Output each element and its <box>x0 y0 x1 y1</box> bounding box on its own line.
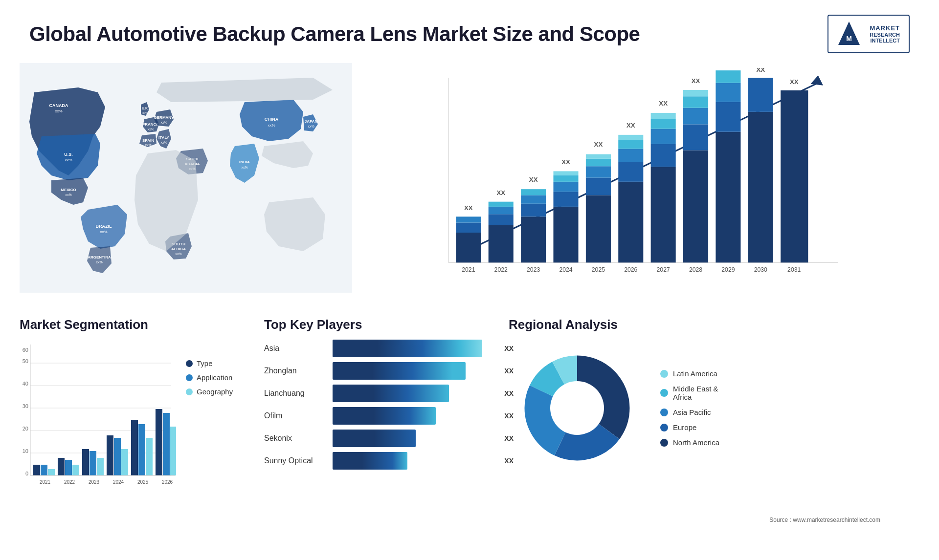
svg-rect-53 <box>521 189 546 195</box>
svg-text:xx%: xx% <box>55 109 62 113</box>
legend-geo-dot <box>186 388 193 395</box>
svg-rect-117 <box>33 465 40 475</box>
svg-text:50: 50 <box>22 358 28 364</box>
svg-rect-79 <box>651 129 676 144</box>
segmentation-title: Market Segmentation <box>20 317 254 332</box>
player-name-sunny: Sunny Optical <box>264 456 328 465</box>
legend-na-dot <box>660 439 668 447</box>
regional-section: Regional Analysis <box>509 317 919 508</box>
svg-text:2023: 2023 <box>89 479 100 485</box>
svg-text:xx%: xx% <box>65 193 71 196</box>
legend-latin-label: Latin America <box>673 369 717 378</box>
svg-text:XX: XX <box>790 78 799 86</box>
regional-legend: Latin America Middle East & Africa Asia … <box>660 369 719 447</box>
svg-text:CHINA: CHINA <box>265 117 279 122</box>
legend-type-label: Type <box>197 359 213 367</box>
svg-text:xx%: xx% <box>100 230 107 234</box>
donut-area: Latin America Middle East & Africa Asia … <box>509 340 919 476</box>
svg-point-148 <box>550 381 604 435</box>
legend-geo-label: Geography <box>197 388 233 396</box>
svg-text:20: 20 <box>22 426 28 431</box>
player-value-lianchuang: XX <box>504 389 514 397</box>
svg-rect-134 <box>138 424 145 475</box>
svg-rect-139 <box>170 427 176 475</box>
svg-rect-45 <box>489 214 514 225</box>
svg-rect-56 <box>553 207 578 262</box>
svg-rect-87 <box>683 96 708 108</box>
svg-text:U.K.: U.K. <box>142 107 149 110</box>
svg-rect-131 <box>121 449 128 475</box>
player-bar-zhonglan: XX <box>333 362 499 380</box>
source-section: Source : www.marketresearchintellect.com <box>0 513 939 524</box>
svg-text:2026: 2026 <box>624 266 637 273</box>
player-bar-sunny: XX <box>333 452 499 470</box>
players-section: Top Key Players Asia XX Zhonglan XX <box>264 317 499 508</box>
svg-rect-92 <box>715 102 740 131</box>
player-name-sekonix: Sekonix <box>264 434 328 443</box>
svg-rect-67 <box>586 154 611 159</box>
segmentation-chart: 0 10 20 30 40 50 60 2021 <box>20 340 176 491</box>
legend-asia-pacific: Asia Pacific <box>660 408 719 416</box>
legend-ap-label: Asia Pacific <box>673 408 711 416</box>
player-value-sunny: XX <box>504 457 514 465</box>
legend-mea-text: Middle East & Africa <box>673 385 718 401</box>
svg-rect-50 <box>521 216 546 262</box>
player-value-asia: XX <box>504 345 514 352</box>
svg-rect-47 <box>489 202 514 207</box>
svg-rect-91 <box>715 132 740 263</box>
legend-eu-dot <box>660 424 668 431</box>
svg-rect-123 <box>72 465 79 475</box>
legend-mea-label2: Africa <box>673 393 718 401</box>
svg-rect-71 <box>618 162 643 182</box>
svg-rect-118 <box>41 465 47 475</box>
player-row-zhonglan: Zhonglan XX <box>264 362 499 380</box>
svg-rect-125 <box>82 449 89 475</box>
svg-text:xx%: xx% <box>160 121 167 124</box>
svg-text:XX: XX <box>464 204 473 212</box>
svg-text:BRAZIL: BRAZIL <box>96 224 112 229</box>
svg-text:XX: XX <box>529 176 538 183</box>
player-value-ofilm: XX <box>504 412 514 420</box>
svg-text:60: 60 <box>22 347 28 353</box>
player-bar-ofilm: XX <box>333 407 499 425</box>
svg-text:xx%: xx% <box>65 158 72 162</box>
svg-rect-84 <box>683 151 708 263</box>
svg-rect-121 <box>58 458 65 475</box>
svg-text:xx%: xx% <box>142 111 148 114</box>
world-map-svg: CANADA xx% U.S. xx% MEXICO xx% BRAZIL xx… <box>20 63 352 293</box>
legend-type: Type <box>186 359 233 367</box>
svg-rect-129 <box>107 435 113 475</box>
player-row-lianchuang: Lianchuang XX <box>264 385 499 402</box>
svg-text:2030: 2030 <box>754 266 767 273</box>
svg-rect-39 <box>456 233 481 262</box>
legend-latin-dot <box>660 370 668 378</box>
player-name-zhonglan: Zhonglan <box>264 366 328 375</box>
players-list: Asia XX Zhonglan XX Lianchuang <box>264 340 499 470</box>
segmentation-legend: Type Application Geography <box>186 359 233 396</box>
legend-app-label: Application <box>197 373 232 382</box>
svg-rect-51 <box>521 204 546 217</box>
svg-rect-81 <box>651 113 676 119</box>
svg-rect-58 <box>553 182 578 192</box>
svg-rect-137 <box>156 409 162 475</box>
svg-text:SPAIN: SPAIN <box>142 138 154 143</box>
bottom-area: Market Segmentation 0 10 20 30 40 50 60 <box>0 307 939 513</box>
svg-text:2021: 2021 <box>40 479 51 485</box>
legend-north-america: North America <box>660 438 719 447</box>
page-title: Global Automotive Backup Camera Lens Mar… <box>29 22 640 46</box>
svg-text:xx%: xx% <box>308 125 314 128</box>
svg-text:2024: 2024 <box>113 479 124 485</box>
logo-icon: M <box>837 21 861 47</box>
svg-text:2026: 2026 <box>162 479 173 485</box>
player-row-ofilm: Ofilm XX <box>264 407 499 425</box>
svg-rect-72 <box>618 149 643 162</box>
svg-rect-126 <box>89 451 96 475</box>
regional-title: Regional Analysis <box>509 317 919 332</box>
svg-text:M: M <box>846 35 852 43</box>
player-value-zhonglan: XX <box>504 367 514 375</box>
svg-text:2027: 2027 <box>657 266 670 273</box>
svg-text:2021: 2021 <box>462 266 475 273</box>
svg-text:xx%: xx% <box>96 260 102 264</box>
svg-rect-73 <box>618 140 643 149</box>
svg-rect-130 <box>114 438 121 475</box>
